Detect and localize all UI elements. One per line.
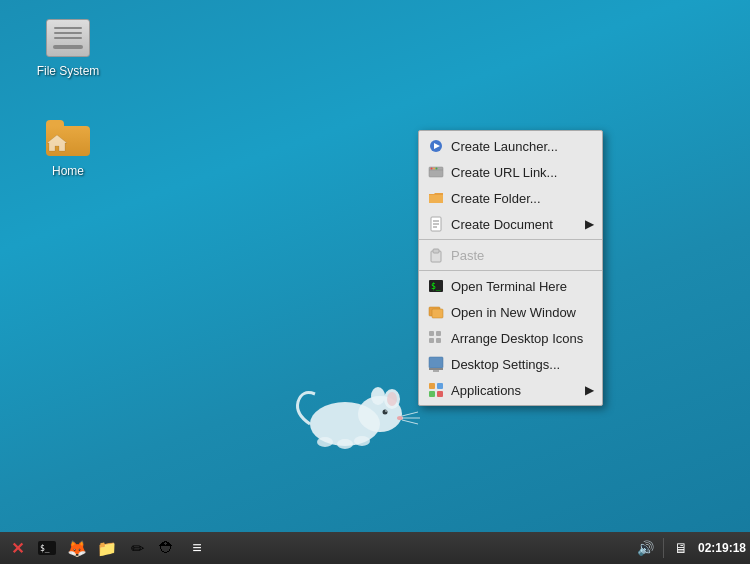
arrange-icons-icon <box>427 329 445 347</box>
svg-line-9 <box>402 412 418 416</box>
svg-line-11 <box>402 420 418 424</box>
taskbar: ✕ $_ 🦊 📁 ✏ ⛑ ≡ 🔊 🖥 02:19:18 <box>0 532 750 564</box>
applications-label: Applications <box>451 383 521 398</box>
menu-item-desktop-settings[interactable]: Desktop Settings... <box>419 351 602 377</box>
open-new-window-label: Open in New Window <box>451 305 576 320</box>
context-menu: Create Launcher... Create URL Link... Cr… <box>418 130 603 406</box>
taskbar-help-btn[interactable]: ⛑ <box>154 536 180 560</box>
taskbar-separator <box>663 538 664 558</box>
svg-rect-42 <box>437 391 443 397</box>
taskbar-network-btn[interactable]: 🖥 <box>668 536 694 560</box>
create-document-label: Create Document <box>451 217 553 232</box>
svg-point-19 <box>431 168 433 170</box>
svg-text:$_: $_ <box>40 544 50 553</box>
menu-item-create-launcher[interactable]: Create Launcher... <box>419 133 602 159</box>
desktop-icon-home[interactable]: Home <box>28 110 108 182</box>
svg-point-7 <box>385 410 387 412</box>
taskbar-menu-btn[interactable]: ≡ <box>184 536 210 560</box>
taskbar-right: 🔊 🖥 02:19:18 <box>633 536 746 560</box>
svg-rect-34 <box>429 338 434 343</box>
svg-rect-40 <box>437 383 443 389</box>
create-folder-label: Create Folder... <box>451 191 541 206</box>
svg-text:$_: $_ <box>431 282 441 291</box>
desktop-settings-label: Desktop Settings... <box>451 357 560 372</box>
menu-item-create-folder[interactable]: Create Folder... <box>419 185 602 211</box>
taskbar-volume-btn[interactable]: 🔊 <box>633 536 659 560</box>
svg-rect-31 <box>432 309 443 318</box>
menu-item-applications[interactable]: Applications ▶ <box>419 377 602 403</box>
create-document-icon <box>427 215 445 233</box>
separator-1 <box>419 239 602 240</box>
create-folder-icon <box>427 189 445 207</box>
create-document-arrow: ▶ <box>585 217 594 231</box>
svg-rect-35 <box>436 338 441 343</box>
paste-icon <box>427 246 445 264</box>
taskbar-files-btn[interactable]: 📁 <box>94 536 120 560</box>
home-icon-label: Home <box>52 164 84 178</box>
filesystem-icon <box>44 14 92 62</box>
applications-icon <box>427 381 445 399</box>
svg-rect-32 <box>429 331 434 336</box>
create-launcher-label: Create Launcher... <box>451 139 558 154</box>
create-launcher-icon <box>427 137 445 155</box>
taskbar-editor-btn[interactable]: ✏ <box>124 536 150 560</box>
open-terminal-icon: $_ <box>427 277 445 295</box>
svg-point-4 <box>387 392 397 406</box>
create-url-label: Create URL Link... <box>451 165 557 180</box>
mouse-mascot <box>290 374 420 454</box>
svg-rect-27 <box>433 249 439 253</box>
menu-item-arrange-icons[interactable]: Arrange Desktop Icons <box>419 325 602 351</box>
create-url-icon <box>427 163 445 181</box>
menu-item-create-url[interactable]: Create URL Link... <box>419 159 602 185</box>
svg-point-6 <box>383 410 388 415</box>
menu-item-open-new-window[interactable]: Open in New Window <box>419 299 602 325</box>
svg-rect-37 <box>429 368 443 370</box>
svg-rect-41 <box>429 391 435 397</box>
applications-arrow: ▶ <box>585 383 594 397</box>
svg-rect-36 <box>429 357 443 368</box>
desktop-settings-icon <box>427 355 445 373</box>
menu-item-create-document[interactable]: Create Document ▶ <box>419 211 602 237</box>
open-new-window-icon <box>427 303 445 321</box>
svg-rect-38 <box>433 370 439 372</box>
svg-point-13 <box>337 439 353 449</box>
svg-point-5 <box>371 387 385 405</box>
taskbar-terminal-btn[interactable]: $_ <box>34 536 60 560</box>
svg-rect-33 <box>436 331 441 336</box>
svg-rect-39 <box>429 383 435 389</box>
menu-item-open-terminal[interactable]: $_ Open Terminal Here <box>419 273 602 299</box>
filesystem-icon-label: File System <box>37 64 100 78</box>
open-terminal-label: Open Terminal Here <box>451 279 567 294</box>
desktop-icon-filesystem[interactable]: File System <box>28 10 108 82</box>
taskbar-firefox-btn[interactable]: 🦊 <box>64 536 90 560</box>
arrange-icons-label: Arrange Desktop Icons <box>451 331 583 346</box>
svg-point-14 <box>354 436 370 446</box>
svg-marker-0 <box>47 135 67 151</box>
separator-2 <box>419 270 602 271</box>
taskbar-time: 02:19:18 <box>698 541 746 555</box>
paste-label: Paste <box>451 248 484 263</box>
svg-point-20 <box>433 168 435 170</box>
home-icon <box>44 114 92 162</box>
taskbar-close-btn[interactable]: ✕ <box>4 536 30 560</box>
svg-point-12 <box>317 437 333 447</box>
svg-point-21 <box>436 168 438 170</box>
menu-item-paste: Paste <box>419 242 602 268</box>
